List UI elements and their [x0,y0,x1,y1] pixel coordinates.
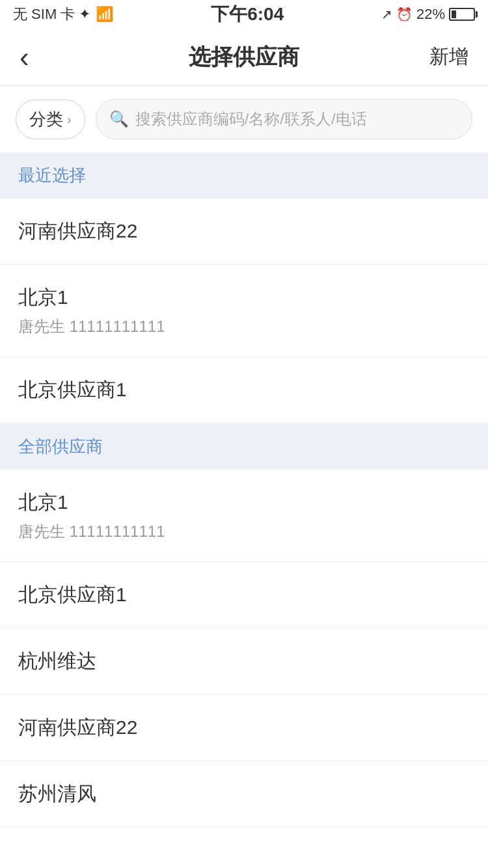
search-icon: 🔍 [109,110,129,128]
status-left: 无 SIM 卡 ✦ 📶 [13,5,113,24]
recent-section-header: 最近选择 [0,152,488,198]
status-bar: 无 SIM 卡 ✦ 📶 下午6:04 ↗ ⏰ 22% [0,0,488,29]
all-list: 北京1唐先生 11111111111北京供应商1杭州维达河南供应商22苏州清风 [0,470,488,828]
chevron-icon: › [67,112,72,127]
battery-percentage: 22% [416,6,445,23]
item-name: 河南供应商22 [18,714,470,741]
status-time: 下午6:04 [211,2,284,27]
nav-bar: ‹ 选择供应商 新增 [0,29,488,86]
all-list-item[interactable]: 北京1唐先生 11111111111 [0,470,488,562]
all-list-item[interactable]: 北京供应商1 [0,562,488,629]
search-box[interactable]: 🔍 搜索供应商编码/名称/联系人/电话 [96,99,472,139]
all-list-item[interactable]: 杭州维达 [0,629,488,695]
all-list-item[interactable]: 河南供应商22 [0,695,488,761]
item-name: 北京供应商1 [18,582,470,608]
item-name: 苏州清风 [18,781,470,807]
status-right: ↗ ⏰ 22% [381,6,475,23]
alarm-icon: ⏰ [396,7,413,22]
all-section-header: 全部供应商 [0,424,488,470]
recent-list-item[interactable]: 北京1唐先生 11111111111 [0,265,488,357]
back-button[interactable]: ‹ [20,41,59,74]
sim-status: 无 SIM 卡 ✦ [13,5,90,24]
search-placeholder: 搜索供应商编码/名称/联系人/电话 [135,109,367,129]
recent-list-item[interactable]: 北京供应商1 [0,357,488,424]
all-list-item[interactable]: 苏州清风 [0,761,488,828]
page-title: 选择供应商 [189,42,299,72]
wifi-icon: 📶 [96,6,113,23]
location-icon: ↗ [381,7,392,22]
item-name: 河南供应商22 [18,218,470,245]
filter-bar: 分类 › 🔍 搜索供应商编码/名称/联系人/电话 [0,86,488,152]
item-name: 北京1 [18,284,470,311]
category-button[interactable]: 分类 › [16,100,85,139]
battery-icon [449,8,475,21]
item-sub: 唐先生 11111111111 [18,521,470,542]
recent-list-item[interactable]: 河南供应商22 [0,198,488,265]
item-name: 北京1 [18,489,470,516]
category-label: 分类 [29,108,63,131]
add-button[interactable]: 新增 [429,44,468,70]
recent-list: 河南供应商22北京1唐先生 11111111111北京供应商1 [0,198,488,424]
item-name: 北京供应商1 [18,377,470,403]
item-sub: 唐先生 11111111111 [18,316,470,337]
battery-fill [452,10,456,18]
item-name: 杭州维达 [18,648,470,675]
